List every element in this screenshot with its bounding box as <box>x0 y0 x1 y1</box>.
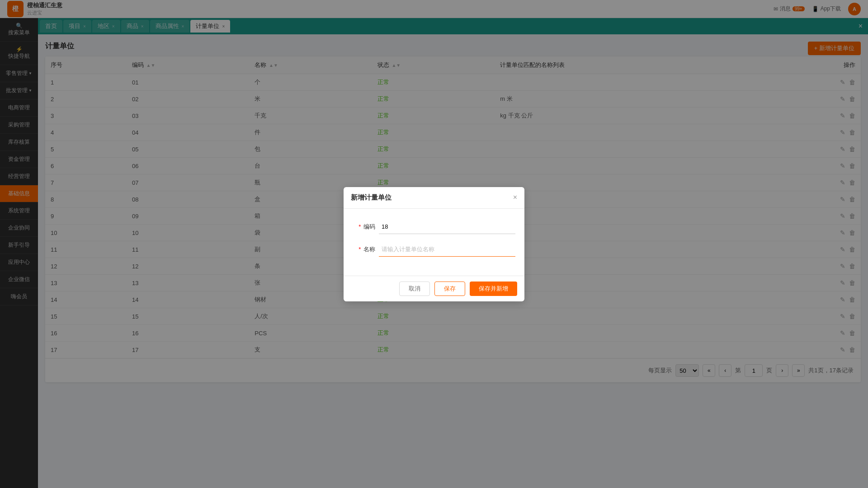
code-label: * 编码 <box>353 223 375 231</box>
modal-close-button[interactable]: × <box>513 194 517 201</box>
add-unit-modal: 新增计量单位 × * 编码 * 名称 取消 保存 保存并新增 <box>344 187 524 301</box>
name-input[interactable] <box>379 242 515 257</box>
modal-footer: 取消 保存 保存并新增 <box>344 276 524 301</box>
modal-body: * 编码 * 名称 <box>344 209 524 276</box>
save-and-new-button[interactable]: 保存并新增 <box>470 282 517 296</box>
modal-header: 新增计量单位 × <box>344 187 524 209</box>
form-row-code: * 编码 <box>353 220 515 234</box>
form-row-name: * 名称 <box>353 242 515 257</box>
name-label: * 名称 <box>353 245 375 253</box>
cancel-button[interactable]: 取消 <box>399 282 430 296</box>
modal-title: 新增计量单位 <box>351 193 392 202</box>
required-star-code: * <box>359 223 361 230</box>
required-star-name: * <box>359 246 361 253</box>
modal-overlay: 新增计量单位 × * 编码 * 名称 取消 保存 保存并新增 <box>0 0 868 488</box>
save-button[interactable]: 保存 <box>434 282 465 296</box>
code-input[interactable] <box>379 220 515 234</box>
